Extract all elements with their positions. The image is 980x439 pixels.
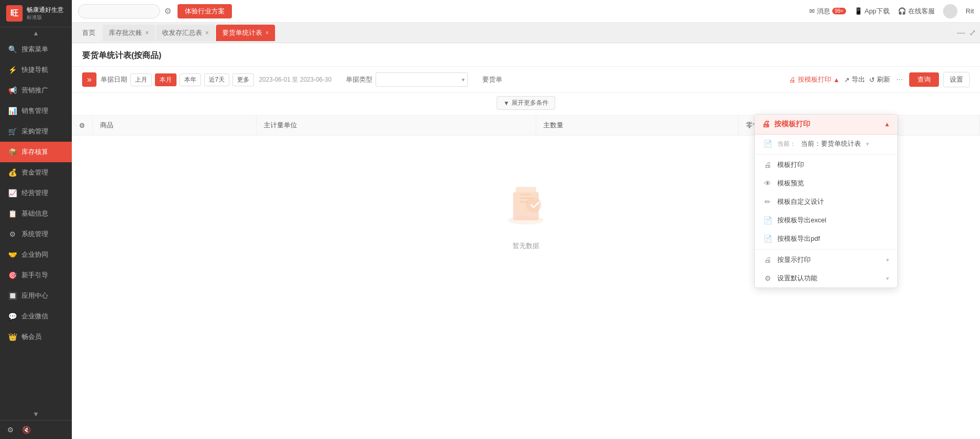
dropdown-item-template-print[interactable]: 🖨 模板打印 [755, 156, 897, 174]
download-icon: 📱 [854, 7, 863, 15]
refresh-btn[interactable]: ↺ 刷新 [869, 75, 890, 84]
dropdown-item-export-pdf[interactable]: 📄 按模板导出pdf [755, 230, 897, 248]
print-chevron-icon: ▲ [833, 76, 840, 84]
tab-order-summary[interactable]: 要货单统计表 × [216, 25, 275, 41]
sidebar-item-purchase[interactable]: 🛒 采购管理 [0, 121, 72, 142]
search-input[interactable] [78, 4, 160, 18]
tab-batch-close[interactable]: × [145, 29, 149, 36]
settings-icon[interactable]: ⚙ [7, 426, 14, 434]
export-btn[interactable]: ↗ 导出 [844, 75, 865, 84]
system-icon: ⚙ [7, 229, 17, 239]
sidebar-item-label: 库存核算 [22, 147, 48, 157]
page-header: 要货单统计表(按商品) [72, 43, 980, 67]
expand-filter-btn[interactable]: » [82, 72, 96, 87]
online-service-item[interactable]: 🎧 在线客服 [898, 7, 935, 16]
expand-more-btn[interactable]: ▼ 展开更多条件 [497, 96, 555, 110]
member-icon: 👑 [7, 332, 17, 342]
export-icon: ↗ [844, 76, 850, 84]
current-icon: 📄 [763, 139, 772, 148]
sidebar-item-apps[interactable]: 🔲 应用中心 [0, 285, 72, 306]
table-gear-icon[interactable]: ⚙ [79, 122, 85, 129]
date-last-month-btn[interactable]: 上月 [130, 73, 152, 86]
purchase-icon: 🛒 [7, 126, 17, 137]
enterprise-icon: 🤝 [7, 250, 17, 260]
sidebar-bottom: ⚙ 🔇 [0, 420, 72, 439]
filter-toolbar: » 单据日期 上月 本月 本年 近7天 更多 2023-06-01 至 2023… [72, 67, 980, 93]
trial-button[interactable]: 体验行业方案 [178, 4, 232, 18]
sidebar-item-label: 应用中心 [22, 291, 48, 300]
sidebar-item-guide[interactable]: 🎯 新手引导 [0, 265, 72, 285]
tab-order-summary-label: 要货单统计表 [222, 28, 262, 37]
divider-2 [755, 249, 897, 250]
window-minimize-btn[interactable]: — [957, 28, 965, 37]
sidebar-item-system[interactable]: ⚙ 系统管理 [0, 224, 72, 244]
dropdown-item-default-setting[interactable]: ⚙ 设置默认功能 ▾ [755, 269, 897, 288]
type-select[interactable] [376, 72, 468, 87]
sidebar-item-basics[interactable]: 📋 基础信息 [0, 203, 72, 224]
app-name: 畅康通好生意 [27, 6, 64, 14]
date-7days-btn[interactable]: 近7天 [204, 73, 229, 86]
marketing-icon: 📢 [7, 85, 17, 96]
dropdown-item-export-excel[interactable]: 📄 按模板导出excel [755, 211, 897, 230]
finance-icon: 💰 [7, 167, 17, 178]
scroll-down-btn[interactable]: ▼ [0, 408, 72, 420]
dropdown-close-btn[interactable]: ▲ [884, 121, 890, 128]
sidebar-item-member[interactable]: 👑 畅会员 [0, 327, 72, 347]
sidebar-item-search[interactable]: 🔍 搜索菜单 [0, 39, 72, 60]
sidebar-item-finance[interactable]: 💰 资金管理 [0, 162, 72, 183]
dropdown-item-template-preview[interactable]: 👁 模板预览 [755, 174, 897, 193]
tab-order-summary-close[interactable]: × [265, 29, 269, 36]
default-setting-label: 设置默认功能 [777, 274, 881, 283]
window-expand-btn[interactable]: ⤢ [969, 28, 976, 37]
export-pdf-icon: 📄 [763, 234, 772, 243]
template-print-label: 模板打印 [777, 160, 889, 169]
query-btn[interactable]: 查询 [909, 72, 939, 87]
more-actions-btn[interactable]: ··· [894, 75, 905, 84]
empty-text: 暂无数据 [513, 241, 539, 251]
date-filter-group: 单据日期 上月 本月 本年 近7天 更多 2023-06-01 至 2023-0… [101, 73, 331, 86]
tab-home[interactable]: 首页 [76, 25, 102, 41]
settings-btn[interactable]: 设置 [943, 72, 970, 87]
print-template-btn[interactable]: 🖨 按模板打印 ▲ [789, 75, 840, 84]
dropdown-current-item[interactable]: 📄 当前： 当前：要货单统计表 ▾ [755, 135, 897, 153]
tab-collection-label: 收发存汇总表 [162, 28, 202, 37]
topbar-gear-icon[interactable]: ⚙ [164, 6, 171, 16]
tab-collection[interactable]: 收发存汇总表 × [156, 25, 215, 41]
expand-chevron-icon: ▼ [503, 100, 509, 107]
sidebar-item-enterprise[interactable]: 🤝 企业协同 [0, 244, 72, 265]
sidebar-item-inventory[interactable]: 📦 库存核算 [0, 142, 72, 162]
display-print-label: 按显示打印 [777, 255, 881, 264]
wechat-icon: 💬 [7, 311, 17, 321]
volume-icon[interactable]: 🔇 [22, 426, 31, 434]
template-preview-icon: 👁 [763, 179, 772, 188]
tab-collection-close[interactable]: × [205, 29, 209, 36]
apps-icon: 🔲 [7, 291, 17, 301]
print-btn-label: 按模板打印 [798, 75, 831, 84]
date-more-btn[interactable]: 更多 [232, 73, 254, 86]
scroll-up-btn[interactable]: ▲ [0, 27, 72, 39]
sidebar-item-wechat[interactable]: 💬 企业微信 [0, 306, 72, 327]
date-this-year-btn[interactable]: 本年 [180, 73, 201, 86]
app-download-item[interactable]: 📱 App下载 [854, 7, 890, 16]
dropdown-item-display-print[interactable]: 🖨 按显示打印 ▾ [755, 251, 897, 269]
sidebar-item-shortcut[interactable]: ⚡ 快捷导航 [0, 60, 72, 80]
col-unit: 主计量单位 [257, 116, 536, 136]
template-print-icon: 🖨 [763, 160, 772, 169]
sidebar-logo: 旺 畅康通好生意 标准版 [0, 0, 72, 27]
user-avatar[interactable] [943, 4, 957, 18]
dropdown-item-template-custom[interactable]: ✏ 模板自定义设计 [755, 193, 897, 211]
tab-batch[interactable]: 库存批次账 × [103, 25, 155, 41]
date-this-month-btn[interactable]: 本月 [155, 73, 177, 86]
sidebar-nav: 🔍 搜索菜单 ⚡ 快捷导航 📢 营销推广 📊 销售管理 🛒 采购管理 📦 库存核… [0, 39, 72, 408]
message-item[interactable]: ✉ 消息 99+ [809, 7, 846, 16]
sidebar-item-marketing[interactable]: 📢 营销推广 [0, 80, 72, 101]
export-pdf-label: 按模板导出pdf [777, 234, 889, 243]
sidebar-item-label: 新手引导 [22, 271, 48, 280]
sidebar-item-sales[interactable]: 📊 销售管理 [0, 101, 72, 121]
sales-icon: 📊 [7, 106, 17, 116]
user-name: Rit [966, 7, 974, 15]
content-wrapper: 要货单统计表(按商品) » 单据日期 上月 本月 本年 近7天 更多 2023-… [72, 43, 980, 292]
type-filter-label: 单据类型 [346, 75, 373, 84]
col-product: 商品 [93, 116, 257, 136]
sidebar-item-operations[interactable]: 📈 经营管理 [0, 183, 72, 203]
